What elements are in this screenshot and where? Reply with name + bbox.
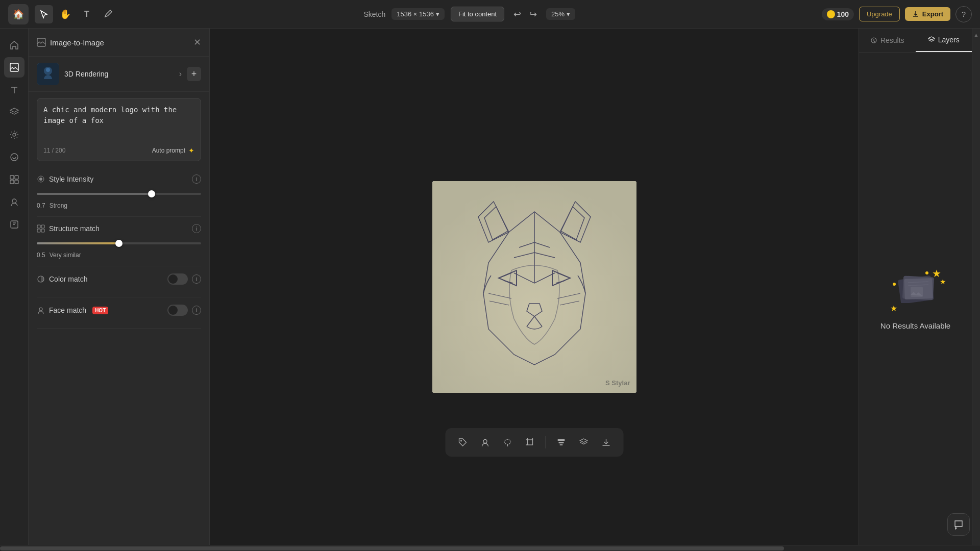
nav-face-icon[interactable] xyxy=(4,192,24,212)
help-button[interactable]: ? xyxy=(955,6,972,22)
right-panel: Results Layers ★ ★ ★ xyxy=(859,29,972,545)
upgrade-button[interactable]: Upgrade xyxy=(859,7,900,21)
canvas-area: S Stylar xyxy=(210,29,859,545)
crop-toolbar-button[interactable] xyxy=(521,433,539,452)
nav-effects-icon[interactable] xyxy=(4,147,24,167)
controls-section: Style Intensity i 0.7 Strong xyxy=(29,167,209,329)
style-name-label: 3D Rendering xyxy=(64,70,174,78)
tab-results[interactable]: Results xyxy=(859,29,916,52)
draw-tool-btn[interactable] xyxy=(99,5,117,23)
style-intensity-slider[interactable] xyxy=(37,189,201,199)
svg-point-15 xyxy=(40,178,42,180)
right-panel-tabs: Results Layers xyxy=(859,29,972,53)
nav-layers-icon[interactable] xyxy=(4,102,24,122)
prompt-textarea[interactable] xyxy=(43,105,194,140)
nav-plugin-icon[interactable] xyxy=(4,214,24,235)
topbar: 🏠 ✋ T Sketch 1536 × 1536 ▾ Fit to conten… xyxy=(0,0,980,29)
nav-text-icon[interactable] xyxy=(4,80,24,100)
fit-to-content-button[interactable]: Fit to content xyxy=(451,7,504,21)
download-toolbar-button[interactable] xyxy=(597,433,615,452)
nav-settings-icon[interactable] xyxy=(4,124,24,145)
layers-toolbar-button[interactable] xyxy=(574,433,593,452)
structure-match-info-button[interactable]: i xyxy=(192,224,201,233)
lasso-toolbar-button[interactable] xyxy=(498,433,517,452)
svg-rect-0 xyxy=(10,63,18,71)
structure-match-title: Structure match xyxy=(37,224,100,233)
face-match-icon xyxy=(37,306,45,314)
svg-point-21 xyxy=(39,308,42,311)
tab-layers[interactable]: Layers xyxy=(916,29,972,52)
style-thumb-svg xyxy=(37,63,59,85)
fox-sketch-svg xyxy=(432,181,636,393)
structure-match-slider[interactable] xyxy=(37,238,201,248)
chat-fab-button[interactable] xyxy=(947,513,970,536)
export-button[interactable]: Export xyxy=(905,7,950,21)
svg-rect-5 xyxy=(10,180,14,184)
no-results-text: No Results Available xyxy=(880,321,950,330)
nav-image-icon[interactable] xyxy=(4,57,24,78)
scroll-up-arrow[interactable]: ▲ xyxy=(972,31,980,40)
align-toolbar-button[interactable] xyxy=(552,433,570,452)
star-icon-3: ★ xyxy=(890,304,897,313)
face-match-header: Face match HOT i xyxy=(37,305,201,316)
svg-rect-33 xyxy=(559,444,562,445)
color-match-toggle[interactable] xyxy=(167,273,188,285)
structure-match-header: Structure match i xyxy=(37,224,201,233)
select-tool-btn[interactable] xyxy=(35,5,53,23)
face-match-toggle[interactable] xyxy=(167,305,188,316)
style-intensity-header: Style Intensity i xyxy=(37,174,201,184)
home-nav-icon[interactable]: 🏠 xyxy=(8,4,29,24)
structure-match-icon xyxy=(37,224,45,233)
style-intensity-info-button[interactable]: i xyxy=(192,174,201,184)
text-tool-btn[interactable]: T xyxy=(78,5,96,23)
sidebar-panel: Image-to-Image ✕ 3D Rendering › + 11 / xyxy=(29,29,210,545)
close-sidebar-button[interactable]: ✕ xyxy=(193,37,201,48)
nav-grid-icon[interactable] xyxy=(4,169,24,190)
face-match-title: Face match HOT xyxy=(37,306,108,314)
color-match-title: Color match xyxy=(37,275,87,283)
color-match-info-button[interactable]: i xyxy=(192,274,201,284)
canvas-image[interactable]: S Stylar xyxy=(432,181,636,393)
nav-home-icon[interactable] xyxy=(4,35,24,55)
sidebar-header: Image-to-Image ✕ xyxy=(29,29,209,57)
tag-toolbar-button[interactable] xyxy=(453,433,472,452)
svg-point-7 xyxy=(12,199,16,203)
hot-badge: HOT xyxy=(92,307,108,314)
canvas-wrapper: S Stylar xyxy=(432,181,636,393)
svg-point-12 xyxy=(46,68,50,72)
bottom-scrollbar[interactable] xyxy=(0,545,980,551)
prompt-container: 11 / 200 Auto prompt ✦ xyxy=(37,98,201,161)
svg-rect-6 xyxy=(15,180,18,184)
scroll-handle xyxy=(0,546,784,550)
color-match-controls: i xyxy=(167,273,201,285)
panel-no-results: ★ ★ ★ xyxy=(859,53,972,545)
topbar-center: Sketch 1536 × 1536 ▾ Fit to content ↩ ↪ … xyxy=(124,7,816,22)
right-panel-container: Results Layers ★ ★ ★ xyxy=(859,29,980,545)
style-intensity-value: 0.7 Strong xyxy=(37,202,201,209)
face-match-toggle-knob xyxy=(168,306,178,315)
hand-tool-btn[interactable]: ✋ xyxy=(56,5,75,23)
zoom-control[interactable]: 25% ▾ xyxy=(546,8,575,20)
svg-rect-19 xyxy=(41,229,44,232)
dimension-badge[interactable]: 1536 × 1536 ▾ xyxy=(391,8,445,20)
add-style-button[interactable]: + xyxy=(187,67,201,81)
image-to-image-icon xyxy=(37,38,46,47)
auto-prompt-icon: ✦ xyxy=(188,146,194,155)
auto-prompt-button[interactable]: Auto prompt ✦ xyxy=(152,146,194,155)
book-stack xyxy=(895,267,936,298)
face-match-info-button[interactable]: i xyxy=(192,306,201,315)
style-selector[interactable]: 3D Rendering › + xyxy=(29,57,209,92)
prompt-char-count: 11 / 200 xyxy=(43,147,65,154)
undo-button[interactable]: ↩ xyxy=(510,7,524,22)
style-intensity-icon xyxy=(37,175,45,183)
left-nav xyxy=(0,29,29,545)
right-panel-scroll[interactable]: ▲ xyxy=(972,29,980,545)
svg-rect-32 xyxy=(558,442,564,443)
style-expand-arrow[interactable]: › xyxy=(179,69,182,79)
svg-point-1 xyxy=(13,133,16,136)
canvas-watermark: S Stylar xyxy=(605,379,630,387)
svg-rect-16 xyxy=(37,225,40,228)
face-toolbar-button[interactable] xyxy=(476,433,494,452)
redo-button[interactable]: ↪ xyxy=(526,7,540,22)
structure-match-value: 0.5 Very similar xyxy=(37,252,201,259)
